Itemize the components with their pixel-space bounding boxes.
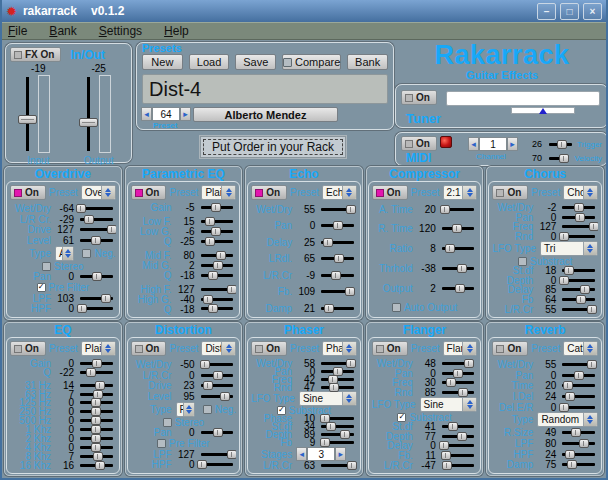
menu-file[interactable]: File	[8, 24, 27, 38]
slider-handle[interactable]	[220, 392, 230, 401]
slider-handle[interactable]	[211, 227, 221, 236]
param-slider[interactable]	[562, 406, 595, 409]
param-slider[interactable]	[201, 395, 234, 398]
param-slider[interactable]	[562, 363, 595, 366]
fx-on-button[interactable]: On	[492, 341, 528, 356]
velocity-slider[interactable]	[549, 157, 569, 160]
spinner-icon[interactable]	[342, 392, 356, 405]
preset-prev-button[interactable]: ◂	[141, 107, 152, 121]
slider-handle[interactable]	[91, 236, 101, 245]
param-slider[interactable]	[80, 446, 113, 449]
spinner-icon[interactable]	[462, 398, 476, 411]
param-slider[interactable]	[562, 395, 595, 398]
param-slider[interactable]	[562, 308, 595, 311]
param-slider[interactable]	[562, 269, 595, 272]
param-slider[interactable]	[80, 384, 113, 387]
menu-bank[interactable]: Bank	[49, 24, 76, 38]
slider-handle[interactable]	[340, 430, 350, 439]
preset-dropdown[interactable]: Chorus 1	[563, 185, 598, 200]
param-slider[interactable]	[562, 225, 595, 228]
param-slider[interactable]	[80, 371, 113, 374]
checkbox[interactable]	[163, 418, 172, 427]
spinner-icon[interactable]	[583, 342, 597, 355]
param-slider[interactable]	[321, 433, 354, 436]
slider-handle[interactable]	[559, 232, 569, 241]
slider-handle[interactable]	[324, 304, 334, 313]
slider-handle[interactable]	[213, 261, 223, 270]
param-slider[interactable]	[80, 297, 113, 300]
param-slider[interactable]	[321, 307, 354, 310]
param-slider[interactable]	[562, 206, 595, 209]
param-slider[interactable]	[442, 362, 475, 365]
slider-handle[interactable]	[91, 443, 101, 452]
param-slider[interactable]	[201, 307, 234, 310]
param-slider[interactable]	[321, 464, 354, 467]
midi-on-button[interactable]: On	[401, 136, 437, 151]
slider-handle[interactable]	[197, 460, 207, 469]
slider-handle[interactable]	[446, 378, 456, 387]
put-order-button[interactable]: Put Order in your Rack	[200, 136, 346, 158]
param-slider[interactable]	[442, 247, 475, 250]
param-slider[interactable]	[562, 216, 595, 219]
fx-on-button[interactable]: On	[131, 341, 167, 356]
bank-button[interactable]: Bank	[347, 54, 388, 70]
slider-handle[interactable]	[567, 460, 577, 469]
slider-handle[interactable]	[213, 371, 223, 380]
param-slider[interactable]	[442, 287, 475, 290]
preset-dropdown[interactable]: Phaser 1	[322, 341, 357, 356]
slider-handle[interactable]	[76, 204, 86, 213]
param-slider[interactable]	[321, 441, 354, 444]
spinner-icon[interactable]	[101, 342, 115, 355]
slider-handle[interactable]	[101, 294, 111, 303]
slider-handle[interactable]	[557, 140, 567, 149]
spinner-icon[interactable]	[221, 342, 235, 355]
param-slider[interactable]	[80, 419, 113, 422]
param-slider[interactable]	[321, 208, 354, 211]
param-slider[interactable]	[562, 442, 595, 445]
slider-handle[interactable]	[440, 205, 450, 214]
channel-next-button[interactable]: ▸	[507, 137, 518, 151]
param-slider[interactable]	[201, 254, 234, 257]
checkbox[interactable]	[157, 439, 166, 448]
spinner-icon[interactable]	[183, 403, 194, 416]
param-slider[interactable]	[442, 454, 475, 457]
fx-on-button[interactable]: On	[251, 341, 287, 356]
param-slider[interactable]	[442, 435, 475, 438]
slider-handle[interactable]	[464, 359, 474, 368]
compare-button[interactable]: Compare	[282, 54, 341, 70]
slider-handle[interactable]	[571, 428, 581, 437]
slider-handle[interactable]	[587, 360, 597, 369]
slider-handle[interactable]	[203, 381, 213, 390]
slider-handle[interactable]	[346, 205, 356, 214]
param-slider[interactable]	[562, 384, 595, 387]
slider-handle[interactable]	[576, 295, 586, 304]
param-slider[interactable]	[201, 374, 234, 377]
slider-handle[interactable]	[205, 217, 215, 226]
param-slider[interactable]	[442, 391, 475, 394]
checkbox[interactable]: ✓	[37, 283, 46, 292]
param-slider[interactable]	[80, 464, 113, 467]
slider-handle[interactable]	[93, 452, 103, 461]
param-slider[interactable]	[321, 290, 354, 293]
param-slider[interactable]	[321, 417, 354, 420]
param-slider[interactable]	[442, 372, 475, 375]
spinner-icon[interactable]	[462, 186, 476, 199]
param-slider[interactable]	[201, 431, 234, 434]
slider-handle[interactable]	[589, 222, 598, 231]
preset-next-button[interactable]: ▸	[180, 107, 191, 121]
slider-handle[interactable]	[208, 271, 218, 280]
slider-handle[interactable]	[79, 118, 98, 127]
slider-handle[interactable]	[86, 368, 96, 377]
slider-handle[interactable]	[442, 461, 452, 470]
preset-dropdown[interactable]: Cathedral 1	[563, 341, 598, 356]
slider-handle[interactable]	[559, 403, 569, 412]
input-slider[interactable]	[26, 77, 29, 151]
slider-handle[interactable]	[559, 154, 569, 163]
slider-handle[interactable]	[323, 238, 333, 247]
param-slider[interactable]	[442, 425, 475, 428]
param-slider[interactable]	[321, 386, 354, 389]
param-slider[interactable]	[562, 431, 595, 434]
spinner-icon[interactable]	[583, 242, 597, 255]
slider-handle[interactable]	[565, 392, 575, 401]
param-slider[interactable]	[321, 224, 354, 227]
